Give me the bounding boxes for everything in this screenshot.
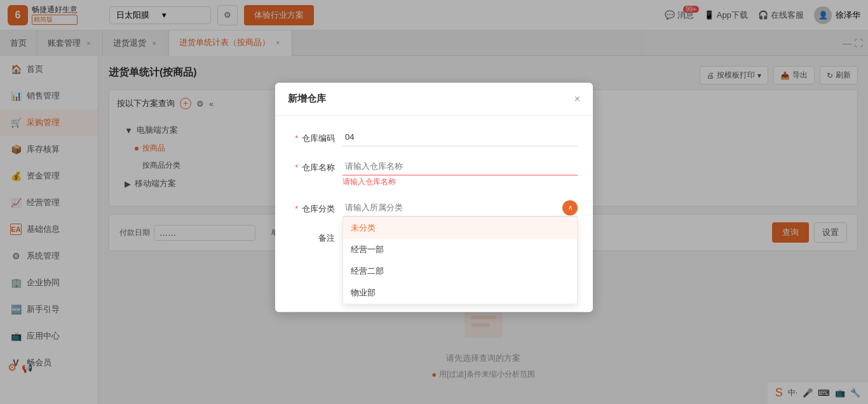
name-field-row: * 仓库名称 请输入仓库名称 [290, 158, 578, 187]
dropdown-toggle-button[interactable]: ∧ [562, 200, 578, 215]
dropdown-option-dept3[interactable]: 物业部 [343, 282, 577, 304]
name-error-msg: 请输入仓库名称 [342, 177, 578, 187]
dialog-header: 新增仓库 × [275, 83, 593, 116]
category-label: * 仓库分类 [290, 199, 335, 215]
category-dropdown-list: 未分类 经营一部 经营二部 物业部 [342, 217, 578, 304]
name-input[interactable] [342, 158, 578, 175]
name-field-wrap: 请输入仓库名称 [342, 158, 578, 187]
new-warehouse-dialog: 新增仓库 × * 仓库编码 * 仓库名称 请输入仓库名称 * [275, 83, 593, 312]
category-dropdown: ∧ 未分类 经营一部 经营二部 物业部 [342, 199, 578, 217]
code-input[interactable] [342, 128, 578, 146]
dialog-close-button[interactable]: × [574, 93, 580, 105]
dropdown-option-dept2[interactable]: 经营二部 [343, 260, 577, 282]
name-label: * 仓库名称 [290, 158, 335, 173]
category-field-row: * 仓库分类 ∧ 未分类 经营一部 经营二部 物业部 [290, 199, 578, 217]
code-field-row: * 仓库编码 [290, 128, 578, 146]
dropdown-input-row: ∧ [342, 199, 578, 217]
dialog-title: 新增仓库 [288, 93, 326, 105]
dropdown-option-none[interactable]: 未分类 [343, 217, 577, 239]
dialog-body: * 仓库编码 * 仓库名称 请输入仓库名称 * 仓库分类 [275, 116, 593, 273]
remark-label: 备注 [290, 228, 335, 244]
dropdown-option-dept1[interactable]: 经营一部 [343, 239, 577, 260]
code-label: * 仓库编码 [290, 128, 335, 144]
category-input[interactable] [342, 199, 562, 216]
